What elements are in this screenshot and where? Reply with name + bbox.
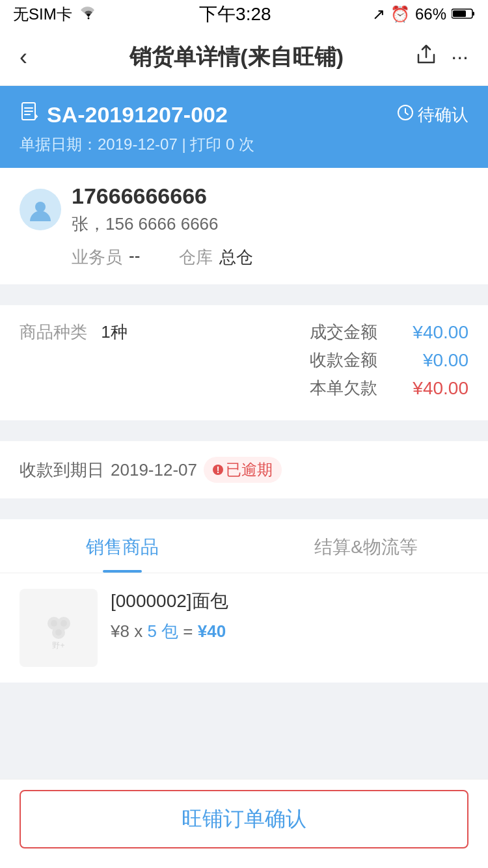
svg-rect-3 bbox=[453, 10, 466, 17]
owed-label: 本单欠款 bbox=[310, 377, 377, 400]
order-icon bbox=[20, 102, 40, 128]
tabs-row: 销售商品 结算&物流等 bbox=[0, 519, 488, 573]
product-qty: 5 bbox=[147, 621, 156, 641]
product-total: ¥40 bbox=[198, 621, 226, 641]
deal-amount-row: 成交金额 ¥40.00 bbox=[310, 321, 468, 344]
clock-icon bbox=[397, 104, 414, 126]
divider-2 bbox=[0, 431, 488, 441]
carrier-text: 无SIM卡 bbox=[13, 4, 72, 25]
divider-1 bbox=[0, 295, 488, 305]
deal-value: ¥40.00 bbox=[390, 322, 468, 343]
warehouse-label: 仓库 bbox=[179, 246, 213, 269]
owed-value: ¥40.00 bbox=[390, 378, 468, 399]
owed-amount-row: 本单欠款 ¥40.00 bbox=[310, 377, 468, 400]
tab-settlement[interactable]: 结算&物流等 bbox=[244, 519, 488, 573]
product-info: [0000002]面包 ¥8 x 5 包 = ¥40 bbox=[111, 589, 468, 643]
amount-right: 成交金额 ¥40.00 收款金额 ¥0.00 本单欠款 ¥40.00 bbox=[310, 321, 468, 405]
amount-section: 商品种类 1种 成交金额 ¥40.00 收款金额 ¥0.00 本单欠款 ¥40.… bbox=[0, 305, 488, 420]
customer-phone: 17666666666 bbox=[72, 183, 219, 209]
product-types-value: 1种 bbox=[101, 322, 127, 342]
product-unit: 包 bbox=[161, 621, 178, 641]
overdue-text: 已逾期 bbox=[226, 459, 273, 480]
more-icon[interactable]: ··· bbox=[451, 45, 468, 69]
bottom-bar: 旺铺订单确认 bbox=[0, 779, 488, 868]
due-date: 2019-12-07 bbox=[111, 460, 197, 480]
tab-sales-products[interactable]: 销售商品 bbox=[0, 519, 244, 573]
status-bar: 无SIM卡 下午3:28 ↗ ⏰ 66% bbox=[0, 0, 488, 29]
formula-equals: = bbox=[183, 621, 197, 641]
share-icon[interactable] bbox=[414, 43, 438, 72]
product-price: ¥8 bbox=[111, 621, 129, 641]
customer-info: 17666666666 张，156 6666 6666 bbox=[72, 183, 219, 236]
order-status: 待确认 bbox=[397, 103, 468, 126]
location-icon: ↗ bbox=[372, 5, 385, 23]
product-formula: ¥8 x 5 包 = ¥40 bbox=[111, 620, 468, 643]
status-left: 无SIM卡 bbox=[13, 4, 98, 25]
svg-point-11 bbox=[61, 620, 67, 627]
received-value: ¥0.00 bbox=[390, 350, 468, 371]
battery-text: 66% bbox=[415, 5, 446, 23]
customer-section: 17666666666 张，156 6666 6666 业务员 -- 仓库 总仓 bbox=[0, 168, 488, 284]
svg-point-10 bbox=[51, 620, 57, 627]
order-id: SA-20191207-002 bbox=[20, 102, 228, 128]
overdue-dot-icon: ! bbox=[213, 465, 223, 475]
overdue-badge: ! 已逾期 bbox=[204, 457, 282, 483]
product-name: [0000002]面包 bbox=[111, 589, 468, 614]
tabs-section: 销售商品 结算&物流等 bbox=[0, 519, 488, 573]
warehouse-value: 总仓 bbox=[219, 246, 253, 269]
confirm-button[interactable]: 旺铺订单确认 bbox=[20, 790, 468, 848]
svg-point-6 bbox=[35, 202, 46, 212]
received-amount-row: 收款金额 ¥0.00 bbox=[310, 349, 468, 372]
wifi-icon bbox=[79, 5, 98, 23]
salesperson-label: 业务员 bbox=[72, 246, 122, 269]
received-label: 收款金额 bbox=[310, 349, 377, 372]
customer-avatar bbox=[20, 189, 61, 230]
order-header: SA-20191207-002 待确认 单据日期：2019-12-07 | 打印… bbox=[0, 86, 488, 168]
page-title: 销货单详情(来自旺铺) bbox=[129, 42, 344, 72]
customer-meta: 业务员 -- 仓库 总仓 bbox=[20, 246, 468, 269]
order-date: 单据日期：2019-12-07 | 打印 0 次 bbox=[20, 134, 468, 155]
deal-label: 成交金额 bbox=[310, 321, 377, 344]
salesperson-value: -- bbox=[129, 246, 140, 269]
warehouse-item: 仓库 总仓 bbox=[179, 246, 253, 269]
product-types: 商品种类 1种 bbox=[20, 321, 128, 344]
divider-3 bbox=[0, 509, 488, 519]
svg-rect-2 bbox=[472, 12, 474, 16]
back-button[interactable]: ‹ bbox=[20, 44, 59, 71]
svg-point-0 bbox=[87, 18, 89, 20]
salesperson-item: 业务员 -- bbox=[72, 246, 140, 269]
battery-icon bbox=[452, 5, 475, 23]
product-item: 野+ [0000002]面包 ¥8 x 5 包 = ¥40 bbox=[20, 589, 468, 667]
alarm-icon: ⏰ bbox=[390, 5, 410, 23]
nav-actions: ··· bbox=[414, 43, 468, 72]
due-label: 收款到期日 bbox=[20, 459, 104, 481]
customer-name: 张，156 6666 6666 bbox=[72, 213, 219, 236]
status-right: ↗ ⏰ 66% bbox=[372, 5, 475, 23]
svg-text:野+: 野+ bbox=[52, 641, 64, 650]
product-thumbnail: 野+ bbox=[20, 589, 98, 667]
svg-point-12 bbox=[55, 629, 62, 636]
nav-bar: ‹ 销货单详情(来自旺铺) ··· bbox=[0, 29, 488, 86]
time-display: 下午3:28 bbox=[199, 2, 271, 27]
product-list: 野+ [0000002]面包 ¥8 x 5 包 = ¥40 bbox=[0, 573, 488, 683]
product-types-label: 商品种类 bbox=[20, 322, 87, 342]
due-section: 收款到期日 2019-12-07 ! 已逾期 bbox=[0, 441, 488, 498]
formula-multiply: x bbox=[134, 621, 147, 641]
